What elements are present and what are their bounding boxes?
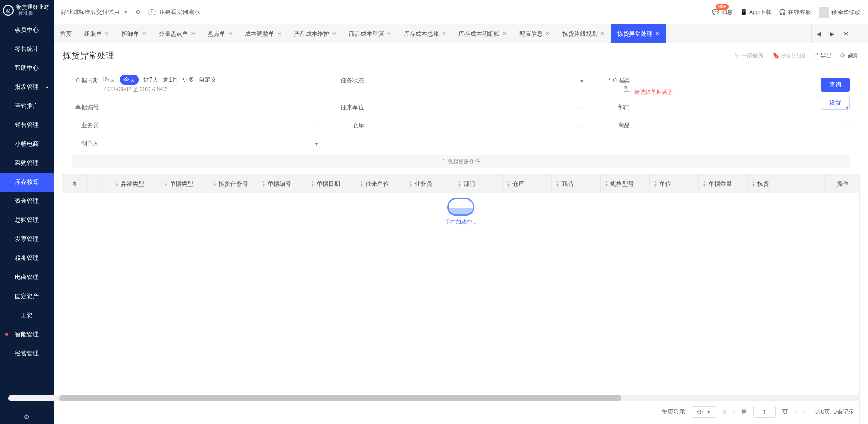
demo-link[interactable]: 我要看实例演示 — [148, 8, 200, 16]
column-header[interactable]: ▲▼单位 — [650, 175, 699, 193]
tab[interactable]: 盘点单✕ — [201, 24, 239, 43]
sidebar-item[interactable]: 小畅电商 — [0, 135, 54, 154]
dept-input[interactable]: ▼ — [634, 101, 850, 114]
sidebar-item[interactable]: 销售管理 — [0, 116, 54, 135]
user-menu[interactable]: 徐泽华修改 — [819, 7, 861, 18]
messages-button[interactable]: 99+ 💬 消息 — [712, 8, 733, 16]
sidebar-item[interactable]: 资金管理 — [0, 192, 54, 211]
horizontal-scrollbar[interactable] — [54, 395, 860, 401]
sidebar-item[interactable]: 税务管理 — [0, 249, 54, 268]
sidebar-item[interactable]: 会员中心 — [0, 20, 54, 39]
sidebar-item[interactable]: 智能管理 — [0, 325, 54, 344]
close-icon[interactable]: ✕ — [142, 31, 146, 37]
sidebar-item[interactable]: 帮助中心 — [0, 58, 54, 77]
sidebar-item[interactable]: 库存核算 — [0, 173, 54, 192]
no-input[interactable] — [103, 101, 319, 114]
close-icon[interactable]: ✕ — [600, 31, 605, 37]
column-header[interactable]: ▲▼拣货任务号 — [209, 175, 258, 193]
product-input[interactable]: ··· — [634, 120, 850, 132]
status-input[interactable]: ▼ — [369, 75, 584, 87]
close-icon[interactable]: ✕ — [655, 31, 659, 37]
tab[interactable]: 拣货异常处理✕ — [611, 24, 666, 43]
query-button[interactable]: 查询 — [821, 78, 850, 92]
first-page-button[interactable]: K — [722, 409, 727, 415]
close-icon[interactable]: ✕ — [442, 31, 446, 37]
scroll-left-icon[interactable]: ◀ — [812, 30, 825, 37]
tab[interactable]: 成本调整单✕ — [239, 24, 288, 43]
checkbox-col[interactable] — [87, 175, 111, 193]
column-header[interactable]: ▲▼部门 — [454, 175, 503, 193]
tab[interactable]: 库存成本总账✕ — [397, 24, 452, 43]
sidebar-item[interactable]: 采购管理 — [0, 154, 54, 173]
next-page-button[interactable]: › — [795, 409, 796, 415]
tab[interactable]: 首页 — [54, 24, 78, 43]
close-icon[interactable]: ✕ — [191, 31, 195, 37]
column-header[interactable]: ▲▼业务员 — [405, 175, 454, 193]
settings-col[interactable]: ⚙ — [62, 175, 87, 193]
close-icon[interactable]: ✕ — [546, 31, 550, 37]
warehouse-input[interactable]: ··· — [369, 120, 584, 132]
tab[interactable]: 产品成本维护✕ — [288, 24, 342, 43]
tab[interactable]: 库存成本明细账✕ — [452, 24, 513, 43]
refresh-button[interactable]: ⟳ 刷新 — [840, 52, 859, 60]
sidebar-item[interactable]: 发票管理 — [0, 230, 54, 249]
brand-name: 畅捷通好业财 — [16, 4, 49, 10]
collapse-toggle[interactable]: ⌃ 收起更多条件 — [72, 155, 850, 168]
maker-input[interactable]: ▼ — [103, 138, 319, 150]
close-icon[interactable]: ✕ — [277, 31, 281, 37]
sidebar-item[interactable]: 批发管理 — [0, 77, 54, 96]
export-button[interactable]: ↗ 导出 — [813, 52, 833, 60]
page-input[interactable] — [753, 406, 776, 418]
sidebar-item[interactable]: 营销推广 — [0, 96, 54, 116]
column-header[interactable]: ▲▼单据数量 — [699, 175, 748, 193]
column-header[interactable]: ▲▼拣货 — [748, 175, 775, 193]
column-header[interactable]: ▲▼单据日期 — [307, 175, 356, 193]
app-download-button[interactable]: 📱 App下载 — [740, 8, 771, 16]
tab[interactable]: 商品成本重算✕ — [342, 24, 397, 43]
support-button[interactable]: 🎧 在线客服 — [779, 8, 811, 16]
gear-icon[interactable]: ⚙ — [135, 9, 141, 15]
date-option[interactable]: 今天 — [120, 75, 139, 85]
close-icon[interactable]: ✕ — [502, 31, 507, 37]
close-icon[interactable]: ✕ — [105, 31, 109, 37]
tab[interactable]: 拣货路线规划✕ — [556, 24, 611, 43]
date-option[interactable]: 自定义 — [199, 76, 216, 84]
page-size-select[interactable]: 50▼ — [692, 406, 716, 418]
date-option[interactable]: 昨天 — [103, 76, 115, 84]
column-header[interactable]: ▲▼仓库 — [503, 175, 552, 193]
type-input[interactable]: ▼ — [634, 75, 850, 87]
sales-input[interactable]: ··· — [103, 120, 319, 132]
close-all-icon[interactable]: ✕ — [839, 30, 853, 37]
sidebar-item[interactable]: 固定资产 — [0, 287, 54, 306]
sidebar-item[interactable]: 电商管理 — [0, 268, 54, 287]
sidebar-item[interactable]: 零售统计 — [0, 39, 54, 58]
column-header[interactable]: ▲▼规格型号 — [601, 175, 650, 193]
date-option[interactable]: 近7天 — [143, 76, 158, 84]
column-header[interactable]: ▲▼单据类型 — [160, 175, 209, 193]
settings-gear-icon[interactable]: ⚙ — [0, 410, 54, 424]
partner-input[interactable]: ··· — [369, 101, 584, 114]
column-header[interactable]: ▲▼商品 — [552, 175, 601, 193]
fullscreen-icon[interactable]: ⛶ — [853, 30, 868, 37]
date-option[interactable]: 近1月 — [163, 76, 178, 84]
date-option[interactable]: 更多 — [182, 76, 194, 84]
product-selector[interactable]: 好业财标准版交付试用 ▼ — [61, 8, 128, 16]
sidebar-item[interactable]: 经营管理 — [0, 344, 54, 363]
column-header[interactable]: ▲▼单据编号 — [258, 175, 307, 193]
tab[interactable]: 组装单✕ — [78, 24, 115, 43]
sidebar-item[interactable]: 总账管理 — [0, 211, 54, 230]
tab[interactable]: 拆卸单✕ — [115, 24, 152, 43]
column-header[interactable]: ▲▼异常类型 — [111, 175, 160, 193]
column-header[interactable]: ▲▼往来单位 — [356, 175, 405, 193]
last-page-button[interactable]: 〉 — [803, 408, 809, 416]
tab[interactable]: 配置信息✕ — [513, 24, 556, 43]
sort-icon: ▲▼ — [458, 181, 462, 187]
close-icon[interactable]: ✕ — [387, 31, 391, 37]
prev-page-button[interactable]: ‹ — [733, 409, 735, 415]
scroll-right-icon[interactable]: ▶ — [825, 30, 839, 37]
tab[interactable]: 分量盘点单✕ — [152, 24, 201, 43]
close-icon[interactable]: ✕ — [228, 31, 232, 37]
close-icon[interactable]: ✕ — [332, 31, 336, 37]
settings-button[interactable]: 设置 — [821, 96, 850, 110]
sidebar-item[interactable]: 工资 — [0, 306, 54, 325]
